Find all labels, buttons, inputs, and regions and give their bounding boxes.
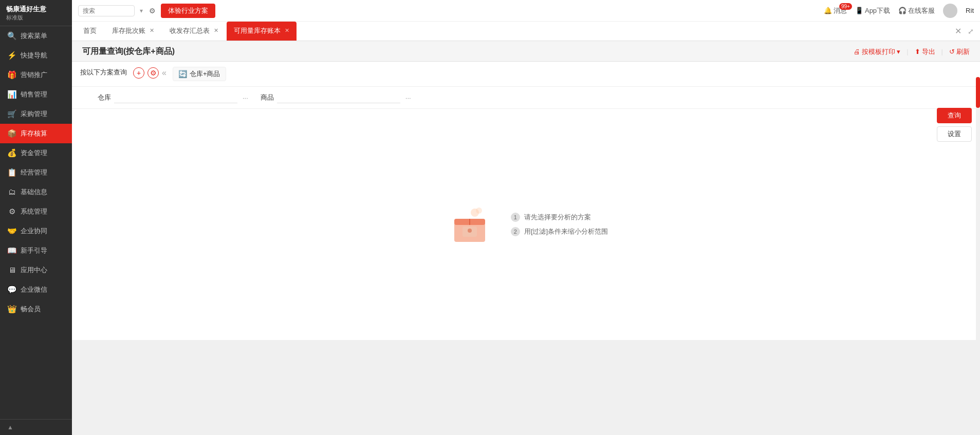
content-wrapper: 按以下方案查询 + ⚙ « 🔄 仓库+商品 仓库 ···	[72, 62, 980, 340]
svg-point-4	[468, 229, 472, 233]
tip-text-1: 请先选择要分析的方案	[524, 213, 591, 222]
sidebar-item-sys-mgmt[interactable]: ⚙ 系统管理	[0, 202, 72, 221]
scrollbar-thumb[interactable]	[976, 77, 980, 108]
expand-tab-btn[interactable]: ⤢	[968, 27, 974, 35]
sidebar-label-purchase-mgmt: 采购管理	[21, 109, 47, 119]
filter-goods-input[interactable]	[277, 92, 400, 103]
export-label: 导出	[922, 47, 935, 56]
phone-icon: 📱	[855, 7, 863, 14]
empty-state: 1 请先选择要分析的方案 2 用[过滤]条件来缩小分析范围	[72, 109, 980, 340]
tab-available-ledger[interactable]: 可用量库存账本✕	[227, 22, 297, 41]
filter-goods-label: 商品	[261, 93, 274, 102]
sidebar-label-operation: 经营管理	[21, 168, 47, 177]
empty-tip-1: 1 请先选择要分析的方案	[511, 213, 608, 222]
sidebar-item-newcomer[interactable]: 📖 新手引导	[0, 241, 72, 260]
topbar-gear-icon[interactable]: ⚙	[149, 7, 156, 15]
sidebar-label-sys-mgmt: 系统管理	[21, 207, 47, 216]
tab-label-batch-ledger: 库存批次账	[112, 26, 145, 35]
page-header: 可用量查询(按仓库+商品) 🖨 按模板打印 ▾ | ⬆ 导出 | ↺ 刷新	[72, 41, 980, 62]
username-label[interactable]: Rit	[966, 7, 974, 14]
right-scrollbar[interactable]	[976, 77, 980, 435]
page-actions: 🖨 按模板打印 ▾ | ⬆ 导出 | ↺ 刷新	[854, 47, 970, 56]
divider1: |	[907, 48, 908, 55]
sidebar-item-basic-info[interactable]: 🗂 基础信息	[0, 182, 72, 202]
sidebar-label-sales-mgmt: 销售管理	[21, 90, 47, 99]
search-input[interactable]	[78, 5, 135, 16]
sidebar-item-sales-mgmt[interactable]: 📊 销售管理	[0, 85, 72, 104]
sidebar-item-enterprise-coop[interactable]: 🤝 企业协同	[0, 221, 72, 241]
tip-num-2: 2	[511, 227, 520, 236]
filter-warehouse-more-btn[interactable]: ···	[241, 93, 250, 103]
print-label: 按模板打印	[862, 47, 895, 56]
settings-btn[interactable]: 设置	[937, 126, 972, 142]
sidebar-label-marketing-promo: 营销推广	[21, 70, 47, 80]
sidebar-item-inventory[interactable]: 📦 库存核算	[0, 124, 72, 143]
tabbar: 首页库存批次账✕收发存汇总表✕可用量库存账本✕ ✕ ⤢	[72, 22, 980, 41]
sidebar-icon-finance: 💰	[7, 148, 16, 158]
search-dropdown-icon[interactable]: ▾	[140, 7, 143, 14]
sidebar-icon-inventory: 📦	[7, 129, 16, 138]
settings-scheme-btn[interactable]: ⚙	[147, 67, 159, 79]
collapse-scheme-btn[interactable]: «	[162, 68, 167, 78]
sidebar-icon-marketing-promo: 🎁	[7, 70, 16, 80]
sidebar-item-purchase-mgmt[interactable]: 🛒 采购管理	[0, 104, 72, 124]
headset-icon: 🎧	[898, 7, 907, 14]
refresh-icon: ↺	[949, 48, 955, 55]
query-section: 按以下方案查询 + ⚙ « 🔄 仓库+商品	[72, 62, 980, 87]
sidebar-icon-newcomer: 📖	[7, 246, 16, 255]
main-area: ▾ ⚙ 体验行业方案 🔔 消息 99+ 📱 App下载 🎧 在线客服 Rit 首…	[72, 0, 980, 435]
tab-home[interactable]: 首页	[76, 22, 104, 41]
sidebar-label-inventory: 库存核算	[21, 129, 47, 138]
avatar[interactable]	[943, 4, 957, 18]
sidebar-label-shortcut: 快捷导航	[21, 51, 47, 60]
sidebar-item-app-center[interactable]: 🖥 应用中心	[0, 260, 72, 280]
sidebar-bottom-toggle[interactable]: ▲	[0, 419, 72, 435]
sidebar-logo: 畅康通好生意 标准版	[0, 0, 72, 26]
app-download-btn[interactable]: 📱 App下载	[855, 6, 890, 15]
tab-close-available-ledger[interactable]: ✕	[285, 27, 289, 34]
query-btn[interactable]: 查询	[937, 108, 972, 123]
scheme-item-warehouse-goods[interactable]: 🔄 仓库+商品	[173, 67, 226, 81]
app-edition: 标准版	[6, 14, 66, 22]
sidebar-scroll: 🔍 搜索菜单 ⚡ 快捷导航 🎁 营销推广 📊 销售管理 🛒 采购管理 📦 库存核…	[0, 26, 72, 419]
notification-btn[interactable]: 🔔 消息 99+	[824, 6, 847, 15]
sidebar-item-shortcut[interactable]: ⚡ 快捷导航	[0, 46, 72, 65]
sidebar-item-search[interactable]: 🔍 搜索菜单	[0, 26, 72, 46]
sidebar-item-finance[interactable]: 💰 资金管理	[0, 143, 72, 163]
print-btn[interactable]: 🖨 按模板打印 ▾	[854, 47, 900, 56]
topbar-search-area	[78, 5, 135, 16]
sidebar: 畅康通好生意 标准版 🔍 搜索菜单 ⚡ 快捷导航 🎁 营销推广 📊 销售管理 🛒…	[0, 0, 72, 435]
app-download-label: App下载	[865, 6, 890, 15]
online-service-btn[interactable]: 🎧 在线客服	[898, 6, 935, 15]
close-tab-btn[interactable]: ✕	[953, 25, 964, 37]
sidebar-label-enterprise-coop: 企业协同	[21, 226, 47, 236]
sidebar-item-enterprise-wx[interactable]: 💬 企业微信	[0, 280, 72, 299]
sidebar-item-operation[interactable]: 📋 经营管理	[0, 163, 72, 182]
sidebar-item-member[interactable]: 👑 畅会员	[0, 299, 72, 319]
sidebar-label-finance: 资金管理	[21, 148, 47, 158]
sidebar-icon-enterprise-coop: 🤝	[7, 226, 16, 236]
filter-goods-more-btn[interactable]: ···	[403, 93, 413, 103]
trial-btn[interactable]: 体验行业方案	[161, 4, 215, 18]
filter-warehouse-input[interactable]	[114, 92, 237, 103]
page-title: 可用量查询(按仓库+商品)	[82, 46, 175, 57]
sidebar-label-basic-info: 基础信息	[21, 187, 47, 197]
tab-close-batch-ledger[interactable]: ✕	[150, 27, 154, 34]
tab-close-receipt-summary[interactable]: ✕	[214, 27, 218, 34]
sidebar-icon-operation: 📋	[7, 168, 16, 177]
sidebar-label-newcomer: 新手引导	[21, 246, 47, 255]
tab-receipt-summary[interactable]: 收发存汇总表✕	[162, 22, 226, 41]
filter-warehouse: 仓库 ···	[98, 92, 250, 103]
query-scheme-actions: + ⚙ «	[133, 67, 167, 79]
tab-label-available-ledger: 可用量库存账本	[234, 26, 281, 35]
sidebar-label-enterprise-wx: 企业微信	[21, 285, 47, 294]
export-btn[interactable]: ⬆ 导出	[915, 47, 935, 56]
sidebar-item-marketing-promo[interactable]: 🎁 营销推广	[0, 65, 72, 85]
refresh-label: 刷新	[956, 47, 970, 56]
topbar: ▾ ⚙ 体验行业方案 🔔 消息 99+ 📱 App下载 🎧 在线客服 Rit	[72, 0, 980, 22]
print-dropdown-icon[interactable]: ▾	[897, 48, 900, 55]
add-scheme-btn[interactable]: +	[133, 67, 144, 79]
content: 可用量查询(按仓库+商品) 🖨 按模板打印 ▾ | ⬆ 导出 | ↺ 刷新	[72, 41, 980, 435]
tab-batch-ledger[interactable]: 库存批次账✕	[105, 22, 161, 41]
refresh-btn[interactable]: ↺ 刷新	[949, 47, 970, 56]
